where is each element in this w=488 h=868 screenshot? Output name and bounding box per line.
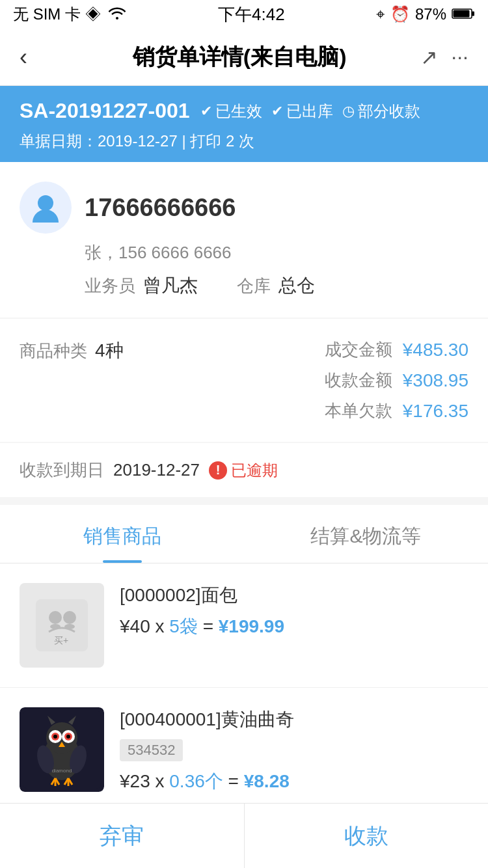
order-sub-info: 单据日期：2019-12-27 | 打印 2 次 <box>20 131 468 152</box>
sales-rep-value: 曾凡杰 <box>143 273 198 298</box>
order-id: SA-20191227-001 <box>20 99 190 123</box>
status-left: 无 SIM 卡 ◈ <box>13 4 127 25</box>
overdue-label: 已逾期 <box>231 460 278 481</box>
product-price-2: ¥23 <box>120 771 150 791</box>
customer-name-phone: 张，156 6666 6666 <box>85 241 468 264</box>
overdue-icon: ! <box>209 461 227 480</box>
product-qty-1: 5袋 <box>169 616 198 636</box>
back-button[interactable]: ‹ <box>20 44 59 71</box>
badge-effective-label: 已生效 <box>215 101 262 122</box>
badge-partial-label: 部分收款 <box>358 101 420 122</box>
product-name-1: [0000002]面包 <box>120 583 468 608</box>
svg-point-19 <box>53 735 57 739</box>
product-x-1: x <box>156 616 170 636</box>
tab-settlement[interactable]: 结算&物流等 <box>244 505 488 563</box>
product-thumbnail-1: 买+ <box>20 583 104 668</box>
checkmark-shipped-icon: ✔ <box>271 103 283 120</box>
more-icon[interactable]: ··· <box>451 45 468 69</box>
battery-label: 87% <box>415 5 446 23</box>
header-banner: SA-20191227-001 ✔ 已生效 ✔ 已出库 ◷ 部分收款 单据日期：… <box>0 86 488 162</box>
product-types-label: 商品种类 <box>20 340 87 362</box>
debt-label: 本单欠款 <box>325 400 392 422</box>
list-item[interactable]: 买+ [0000002]面包 ¥40 x 5袋 = ¥199.99 <box>0 563 488 688</box>
tab-sales-products-label: 销售商品 <box>83 525 161 547</box>
product-placeholder-icon: 买+ <box>20 583 104 668</box>
svg-text:diamond: diamond <box>52 768 72 774</box>
share-icon[interactable]: ↗ <box>420 45 438 70</box>
clock-icon: ◷ <box>342 103 355 120</box>
list-item[interactable]: diamond [000400001]黄油曲奇 534532 ¥23 x 0.3… <box>0 688 488 814</box>
due-date-label: 收款到期日 <box>20 459 104 481</box>
battery-icon <box>452 5 475 23</box>
badge-shipped: ✔ 已出库 <box>271 101 333 122</box>
product-list: 买+ [0000002]面包 ¥40 x 5袋 = ¥199.99 <box>0 563 488 814</box>
sales-rep-label: 业务员 <box>85 275 135 297</box>
warehouse-value: 总仓 <box>278 273 315 298</box>
customer-section: 17666666666 张，156 6666 6666 业务员 曾凡杰 仓库 总… <box>0 162 488 318</box>
svg-point-5 <box>49 611 62 624</box>
due-section: 收款到期日 2019-12-27 ! 已逾期 <box>0 443 488 497</box>
received-label: 收款金额 <box>325 369 392 392</box>
product-thumbnail-2: diamond <box>20 707 104 792</box>
alarm-icon: ⏰ <box>390 5 410 23</box>
product-eq-2: = <box>228 771 244 791</box>
product-total-2: ¥8.28 <box>244 771 290 791</box>
amount-value: ¥485.30 <box>403 340 468 360</box>
amount-label: 成交金额 <box>325 338 392 361</box>
product-price-row-1: ¥40 x 5袋 = ¥199.99 <box>120 614 468 639</box>
overdue-badge: ! 已逾期 <box>209 460 278 481</box>
product-qty-2: 0.36个 <box>169 771 223 791</box>
tabs: 销售商品 结算&物流等 <box>0 505 488 563</box>
customer-meta: 业务员 曾凡杰 仓库 总仓 <box>85 273 468 298</box>
product-types-value: 4种 <box>95 338 124 363</box>
due-date-value: 2019-12-27 <box>113 460 200 480</box>
page-title: 销货单详情(来自电脑) <box>133 42 347 72</box>
time-display: 下午4:42 <box>218 3 285 26</box>
bottom-bar: 弃审 收款 <box>0 803 488 868</box>
product-total-1: ¥199.99 <box>219 616 284 636</box>
debt-value: ¥176.35 <box>403 401 468 422</box>
tab-sales-products[interactable]: 销售商品 <box>0 505 244 563</box>
svg-text:买+: 买+ <box>54 635 68 645</box>
tab-settlement-label: 结算&物流等 <box>310 525 421 547</box>
product-image-owl: diamond <box>20 707 104 792</box>
svg-point-20 <box>66 735 70 739</box>
received-value: ¥308.95 <box>403 370 468 391</box>
product-x-2: x <box>156 771 170 791</box>
collect-payment-button[interactable]: 收款 <box>245 804 489 868</box>
cancel-review-button[interactable]: 弃审 <box>0 804 245 868</box>
svg-point-6 <box>63 611 76 624</box>
product-sku-badge: 534532 <box>120 739 183 761</box>
svg-rect-2 <box>453 10 469 18</box>
product-price-1: ¥40 <box>120 616 150 636</box>
summary-right: 成交金额 ¥485.30 收款金额 ¥308.95 本单欠款 ¥176.35 <box>325 338 468 422</box>
product-info-2: [000400001]黄油曲奇 534532 ¥23 x 0.36个 = ¥8.… <box>120 707 468 794</box>
checkmark-effective-icon: ✔ <box>200 103 212 120</box>
avatar <box>20 182 72 234</box>
product-eq-1: = <box>203 616 219 636</box>
wifi-icon <box>107 5 127 23</box>
status-bar: 无 SIM 卡 ◈ 下午4:42 ⌖ ⏰ 87% <box>0 0 488 29</box>
nav-bar: ‹ 销货单详情(来自电脑) ↗ ··· <box>0 29 488 86</box>
sim-label: 无 SIM 卡 ◈ <box>13 4 101 25</box>
status-badges: ✔ 已生效 ✔ 已出库 ◷ 部分收款 <box>200 101 420 122</box>
nav-actions: ↗ ··· <box>420 45 468 70</box>
product-name-2: [000400001]黄油曲奇 <box>120 707 468 732</box>
product-price-row-2: ¥23 x 0.36个 = ¥8.28 <box>120 769 468 794</box>
badge-shipped-label: 已出库 <box>286 101 333 122</box>
summary-section: 商品种类 4种 成交金额 ¥485.30 收款金额 ¥308.95 本单欠款 ¥… <box>0 319 488 442</box>
warehouse-label: 仓库 <box>237 275 271 297</box>
summary-left: 商品种类 4种 <box>20 338 124 363</box>
svg-point-3 <box>38 195 53 211</box>
badge-effective: ✔ 已生效 <box>200 101 262 122</box>
status-right: ⌖ ⏰ 87% <box>376 5 475 23</box>
product-info-1: [0000002]面包 ¥40 x 5袋 = ¥199.99 <box>120 583 468 639</box>
customer-phone: 17666666666 <box>85 194 236 222</box>
svg-rect-1 <box>472 12 474 16</box>
location-icon: ⌖ <box>376 5 385 23</box>
badge-partial: ◷ 部分收款 <box>342 101 420 122</box>
